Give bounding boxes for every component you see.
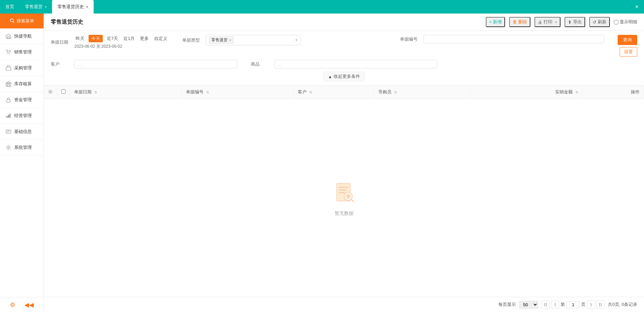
delete-button[interactable]: 🗑 删除 xyxy=(509,17,530,27)
sidebar-item-sales[interactable]: 销售管理 xyxy=(0,44,44,60)
svg-rect-8 xyxy=(7,99,10,102)
type-tag-remove[interactable]: × xyxy=(229,38,231,43)
table-settings-col[interactable] xyxy=(44,86,57,99)
col-guide[interactable]: 导购员 ⇅ xyxy=(374,86,471,99)
next-page-button[interactable]: ⟩ xyxy=(587,300,595,309)
col-customer[interactable]: 客户 ⇅ xyxy=(294,86,374,99)
svg-rect-6 xyxy=(6,83,11,86)
type-label: 单据类型 xyxy=(182,37,202,43)
date-label: 单据日期 xyxy=(51,39,71,45)
window-close-button[interactable]: × xyxy=(635,3,639,10)
sidebar-item-label: 销售管理 xyxy=(14,49,32,55)
info-icon xyxy=(5,129,11,135)
type-chevron: ▾ xyxy=(295,38,297,42)
col-amount[interactable]: 实销金额 ⇅ xyxy=(470,86,582,99)
settings-footer-icon[interactable]: ⚙ xyxy=(10,301,15,309)
export-button[interactable]: ⬆ 导出 xyxy=(565,17,585,27)
data-table: 单据日期 ⇅ 单据编号 ⇅ 客户 ⇅ 导购员 ⇅ xyxy=(44,86,644,99)
tab-return[interactable]: 零售退货 × xyxy=(20,0,52,14)
gear-icon xyxy=(5,144,11,151)
select-all-checkbox[interactable] xyxy=(61,89,66,94)
tabs: 首页 零售退货 × 零售退货历史 × xyxy=(0,0,635,14)
page-unit: 页 xyxy=(581,302,586,308)
page-header: 零售退货历史 + 新增 🗑 删除 🖨 🖨 打印 打印 ▾ ⬆ 导出 ↺ 刷新 xyxy=(44,14,644,31)
svg-point-4 xyxy=(9,53,10,54)
new-button[interactable]: + 新增 xyxy=(486,17,505,27)
empty-state: 暂无数据 xyxy=(44,99,644,297)
sidebar-item-basic[interactable]: 基础信息 xyxy=(0,124,44,140)
date-opt-yesterday[interactable]: 昨天 xyxy=(74,35,86,42)
table-wrapper: 单据日期 ⇅ 单据编号 ⇅ 客户 ⇅ 导购员 ⇅ xyxy=(44,86,644,297)
lock-icon xyxy=(5,97,11,103)
svg-point-15 xyxy=(8,147,9,149)
customer-select[interactable]: ... xyxy=(74,60,237,68)
filter-area: 单据日期 昨天 今天 近7天 近1月 更多 自定义 2023-06-02 至 2… xyxy=(44,31,644,86)
tab-return-history[interactable]: 零售退货历史 × xyxy=(52,0,93,14)
number-sort[interactable]: ⇅ xyxy=(206,90,209,94)
customer-sort[interactable]: ⇅ xyxy=(309,90,312,94)
date-opt-1month[interactable]: 近1月 xyxy=(122,35,136,42)
sidebar-item-label: 基础信息 xyxy=(14,129,32,135)
first-page-button[interactable]: ⟨⟨ xyxy=(542,300,550,309)
svg-line-1 xyxy=(13,21,14,23)
sidebar-search[interactable]: 搜索菜单 xyxy=(0,14,44,28)
print-button[interactable]: 🖨 🖨 打印 打印 ▾ xyxy=(534,17,560,27)
settings-button[interactable]: 设置 xyxy=(620,47,637,57)
display-detail-toggle[interactable]: 显示明细 xyxy=(614,19,637,25)
top-bar: 首页 零售退货 × 零售退货历史 × × xyxy=(0,0,644,14)
date-opt-more[interactable]: 更多 xyxy=(139,35,150,42)
svg-point-16 xyxy=(50,91,51,92)
collapse-button[interactable]: ▲ 收起更多条件 xyxy=(324,72,364,81)
prev-page-button[interactable]: ⟨ xyxy=(551,300,559,309)
sidebar-item-quick-nav[interactable]: 快捷导航 xyxy=(0,28,44,44)
date-range: 2023-06-02 至 2023-06-02 xyxy=(74,44,169,49)
svg-rect-20 xyxy=(339,192,345,193)
svg-rect-11 xyxy=(9,114,10,118)
table-checkbox-col[interactable] xyxy=(57,86,70,99)
page-title: 零售退货历史 xyxy=(51,19,486,26)
date-opt-custom[interactable]: 自定义 xyxy=(153,35,169,42)
sidebar-item-finance[interactable]: 资金管理 xyxy=(0,92,44,108)
sidebar-item-operations[interactable]: 经营管理 xyxy=(0,108,44,124)
svg-rect-19 xyxy=(339,190,346,191)
date-sort[interactable]: ⇅ xyxy=(94,90,97,94)
last-page-button[interactable]: ⟩⟩ xyxy=(596,300,604,309)
sidebar: 搜索菜单 快捷导航 xyxy=(0,14,44,312)
home-icon xyxy=(5,33,11,39)
svg-rect-7 xyxy=(7,84,9,86)
main-layout: 搜索菜单 快捷导航 xyxy=(0,14,644,312)
display-detail-checkbox[interactable] xyxy=(614,20,618,24)
sidebar-item-label: 经营管理 xyxy=(14,113,32,119)
guide-sort[interactable]: ⇅ xyxy=(394,90,397,94)
display-detail-label: 显示明细 xyxy=(620,19,637,25)
sidebar-item-label: 采购管理 xyxy=(14,65,32,71)
toolbar: + 新增 🗑 删除 🖨 🖨 打印 打印 ▾ ⬆ 导出 ↺ 刷新 xyxy=(486,17,637,27)
number-input[interactable] xyxy=(424,35,604,43)
type-select[interactable]: 零售退货 × ▾ xyxy=(206,35,301,45)
per-page-select[interactable]: 50 10 20 100 xyxy=(519,301,538,309)
tab-return-close[interactable]: × xyxy=(45,5,47,9)
svg-rect-10 xyxy=(8,115,9,118)
col-number[interactable]: 单据编号 ⇅ xyxy=(182,86,294,99)
tab-return-history-close[interactable]: × xyxy=(86,5,88,9)
refresh-button[interactable]: ↺ 刷新 xyxy=(589,17,610,27)
customer-placeholder: ... xyxy=(77,62,81,67)
amount-sort[interactable]: ⇅ xyxy=(575,90,578,94)
query-button[interactable]: 查询 xyxy=(618,35,637,45)
date-options: 昨天 今天 近7天 近1月 更多 自定义 xyxy=(74,35,169,42)
svg-rect-2 xyxy=(7,37,9,38)
tab-home[interactable]: 首页 xyxy=(0,0,20,14)
sidebar-item-purchase[interactable]: 采购管理 xyxy=(0,60,44,76)
svg-rect-12 xyxy=(6,130,11,133)
date-opt-today[interactable]: 今天 xyxy=(89,35,103,42)
print-chevron: ▾ xyxy=(555,20,557,24)
sidebar-item-system[interactable]: 系统管理 xyxy=(0,140,44,156)
speaker-footer-icon[interactable]: ◀◀ xyxy=(24,301,34,309)
sidebar-item-inventory[interactable]: 库存核算 xyxy=(0,76,44,92)
svg-line-24 xyxy=(351,199,354,202)
date-opt-7days[interactable]: 近7天 xyxy=(105,35,119,42)
search-icon xyxy=(10,18,15,24)
page-input[interactable] xyxy=(566,301,580,308)
col-date[interactable]: 单据日期 ⇅ xyxy=(70,86,182,99)
goods-select[interactable]: ... xyxy=(275,60,437,68)
